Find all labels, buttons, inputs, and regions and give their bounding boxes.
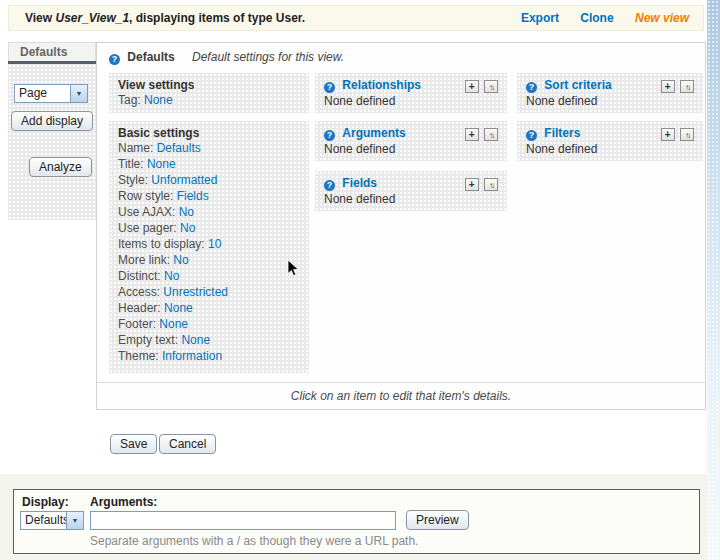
cancel-button[interactable]: Cancel (159, 434, 216, 454)
view-title-bar: View User_View_1, displaying items of ty… (8, 5, 704, 31)
add-display-button[interactable]: Add display (11, 111, 93, 131)
setting-value-link[interactable]: 10 (208, 237, 221, 251)
add-display-type-value: Page (19, 85, 47, 102)
setting-label: Access: (118, 285, 160, 299)
setting-row: More link: No (118, 252, 300, 268)
setting-label: Empty text: (118, 333, 178, 347)
setting-row: Style: Unformatted (118, 172, 300, 188)
fields-ops: + ↑↓ (463, 177, 498, 191)
preview-button[interactable]: Preview (406, 510, 469, 530)
relationships-title-link[interactable]: Relationships (342, 78, 421, 92)
filters-title-link[interactable]: Filters (544, 126, 580, 140)
setting-row: Name: Defaults (118, 140, 300, 156)
setting-row: Items to display: 10 (118, 236, 300, 252)
setting-label: Distinct: (118, 269, 161, 283)
setting-value-link[interactable]: No (164, 269, 179, 283)
rearrange-icon[interactable]: ↑↓ (484, 128, 498, 141)
sort-criteria-title-link[interactable]: Sort criteria (544, 78, 611, 92)
preview-display-select[interactable]: Defaults ▼ (20, 511, 84, 530)
setting-row: Use AJAX: No (118, 204, 300, 220)
view-name: User_View_1 (55, 11, 129, 25)
add-icon[interactable]: + (661, 80, 675, 93)
sort-criteria-ops: + ↑↓ (659, 79, 694, 93)
rearrange-icon[interactable]: ↑↓ (484, 80, 498, 93)
help-icon[interactable]: ? (324, 82, 335, 93)
add-display-type-select[interactable]: Page ▼ (14, 84, 88, 103)
help-icon[interactable]: ? (526, 130, 537, 141)
plus-glyph: + (469, 129, 475, 140)
setting-label: Footer: (118, 317, 156, 331)
arguments-header: + ↑↓ ? Arguments (324, 126, 498, 141)
setting-value-link[interactable]: Unrestricted (163, 285, 228, 299)
display-label: Display: (22, 495, 69, 509)
analyze-button[interactable]: Analyze (29, 157, 92, 177)
view-settings-panel: View settings Tag: None (109, 73, 309, 113)
setting-value-link[interactable]: Unformatted (151, 173, 217, 187)
help-icon[interactable]: ? (324, 130, 335, 141)
tab-defaults[interactable]: Defaults (8, 42, 96, 61)
display-settings-panel: ? Defaults Default settings for this vie… (96, 42, 706, 410)
setting-value-link[interactable]: Defaults (157, 141, 201, 155)
views-ui-page: View User_View_1, displaying items of ty… (0, 0, 720, 560)
plus-glyph: + (665, 81, 671, 92)
setting-label: Header: (118, 301, 161, 315)
sort-criteria-empty-text: None defined (526, 93, 694, 110)
setting-row: Header: None (118, 300, 300, 316)
plus-glyph: + (665, 129, 671, 140)
filters-panel: + ↑↓ ? Filters None defined (517, 121, 703, 161)
clone-link[interactable]: Clone (580, 11, 613, 25)
fields-title-link[interactable]: Fields (342, 176, 377, 190)
mouse-cursor (287, 259, 300, 282)
sort-criteria-header: + ↑↓ ? Sort criteria (526, 78, 694, 93)
setting-row: Theme: Information (118, 348, 300, 364)
export-link[interactable]: Export (521, 11, 559, 25)
tag-value-link[interactable]: None (144, 93, 173, 107)
setting-value-link[interactable]: No (173, 253, 188, 267)
filters-empty-text: None defined (526, 141, 694, 158)
arguments-panel: + ↑↓ ? Arguments None defined (315, 121, 507, 161)
rearrange-icon[interactable]: ↑↓ (484, 178, 498, 191)
help-icon[interactable]: ? (109, 54, 120, 65)
help-icon[interactable]: ? (526, 82, 537, 93)
updown-glyph: ↑↓ (685, 131, 689, 140)
filters-header: + ↑↓ ? Filters (526, 126, 694, 141)
setting-row: Use pager: No (118, 220, 300, 236)
setting-value-link[interactable]: No (179, 205, 194, 219)
setting-value-link[interactable]: No (180, 221, 195, 235)
rearrange-icon[interactable]: ↑↓ (680, 128, 694, 141)
setting-value-link[interactable]: Fields (177, 189, 209, 203)
setting-label: Use pager: (118, 221, 177, 235)
basic-settings-panel: Basic settings Name: Defaults Title: Non… (109, 121, 309, 373)
plus-glyph: + (469, 179, 475, 190)
setting-value-link[interactable]: None (159, 317, 188, 331)
theme-gradient-strip (707, 0, 720, 560)
relationships-ops: + ↑↓ (463, 79, 498, 93)
setting-value-link[interactable]: None (181, 333, 210, 347)
view-title-suffix: , displaying items of type User. (129, 11, 305, 25)
add-icon[interactable]: + (465, 178, 479, 191)
fields-empty-text: None defined (324, 191, 498, 208)
setting-value-link[interactable]: None (147, 157, 176, 171)
setting-row: Tag: None (118, 92, 300, 108)
edit-hint-text: Click on an item to edit that item's det… (97, 389, 705, 403)
new-view-link[interactable]: New view (635, 11, 689, 25)
panel-heading: ? Defaults Default settings for this vie… (109, 50, 344, 65)
help-icon[interactable]: ? (324, 180, 335, 191)
view-actions: Export Clone New view (503, 6, 689, 30)
rearrange-icon[interactable]: ↑↓ (680, 80, 694, 93)
setting-value-link[interactable]: None (164, 301, 193, 315)
add-icon[interactable]: + (465, 80, 479, 93)
setting-value-link[interactable]: Information (162, 349, 222, 363)
arguments-input[interactable] (90, 511, 396, 530)
setting-label: Row style: (118, 189, 173, 203)
arguments-title-link[interactable]: Arguments (342, 126, 405, 140)
save-button[interactable]: Save (110, 434, 157, 454)
view-title-prefix: View (25, 11, 52, 25)
filters-ops: + ↑↓ (659, 127, 694, 141)
add-icon[interactable]: + (661, 128, 675, 141)
sort-criteria-panel: + ↑↓ ? Sort criteria None defined (517, 73, 703, 113)
arguments-empty-text: None defined (324, 141, 498, 158)
updown-glyph: ↑↓ (489, 131, 493, 140)
setting-label: Name: (118, 141, 153, 155)
add-icon[interactable]: + (465, 128, 479, 141)
